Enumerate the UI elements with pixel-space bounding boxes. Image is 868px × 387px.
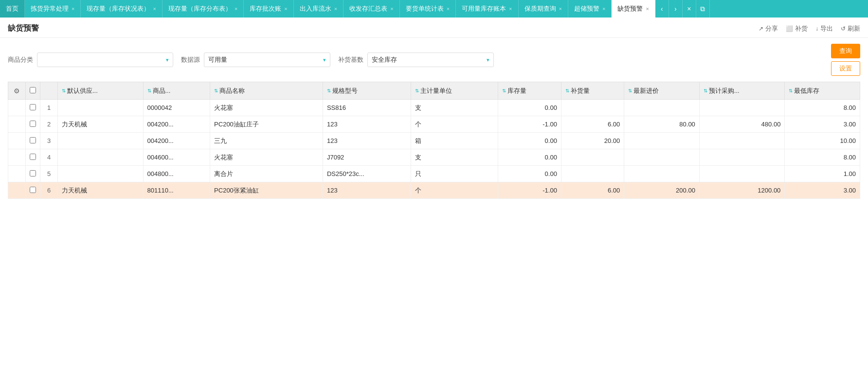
tab-inventory-status[interactable]: 现存量（库存状况表） × <box>81 0 162 18</box>
row-spec-cell: 123 <box>323 133 411 149</box>
row-unit-cell: 支 <box>411 149 498 166</box>
restock-button[interactable]: ⬜ 补货 <box>786 24 808 33</box>
datasource-select[interactable]: 可用量 ▾ <box>204 53 330 67</box>
sort-unit-icon[interactable]: ⇅ <box>415 88 419 93</box>
tab-batch-account-close[interactable]: × <box>284 6 287 12</box>
table-row[interactable]: 6 力天机械 801110... PC200张紧油缸 123 个 -1.00 6… <box>8 182 860 199</box>
tab-abnormal-close[interactable]: × <box>72 6 74 12</box>
tab-receipt-summary[interactable]: 收发存汇总表 × <box>344 0 399 18</box>
tab-available-ledger-close[interactable]: × <box>509 6 512 12</box>
col-supplier-label: 默认供应... <box>67 87 98 95</box>
tab-inout-flow-close[interactable]: × <box>334 6 337 12</box>
row-name-cell: PC200油缸庄子 <box>210 116 323 133</box>
table-row[interactable]: 2 力天机械 004200... PC200油缸庄子 123 个 -1.00 6… <box>8 116 860 133</box>
row-code-cell: 004200... <box>143 116 210 133</box>
tab-shortage[interactable]: 缺货预警 × <box>612 0 655 18</box>
row-price-cell <box>624 100 700 116</box>
sort-est-purchase-icon[interactable]: ⇅ <box>704 88 707 93</box>
page-title: 缺货预警 <box>8 23 39 34</box>
row-unit-cell: 支 <box>411 100 498 116</box>
col-product-code-label: 商品... <box>153 87 171 95</box>
row-checkbox-3[interactable] <box>30 154 36 160</box>
share-button[interactable]: ↗ 分享 <box>759 24 778 33</box>
category-select[interactable]: ▾ <box>37 53 173 67</box>
share-icon: ↗ <box>759 25 763 32</box>
col-unit-label: 主计量单位 <box>420 87 452 95</box>
row-code-cell: 004600... <box>143 149 210 166</box>
col-checkbox-header <box>26 82 40 100</box>
tab-batch-account[interactable]: 库存批次账 × <box>244 0 293 18</box>
export-button[interactable]: ↓ 导出 <box>815 24 833 33</box>
tab-overstock-label: 超储预警 <box>574 4 599 13</box>
datasource-label: 数据源 <box>181 55 200 64</box>
sort-min-stock-icon[interactable]: ⇅ <box>789 88 793 93</box>
row-price-cell: 80.00 <box>624 116 700 133</box>
tab-expiry-query[interactable]: 保质期查询 × <box>519 0 568 18</box>
filter-bar: 商品分类 ▾ 数据源 可用量 ▾ 补货基数 安全库存 ▾ 查询 设置 <box>0 38 868 82</box>
tab-next-btn[interactable]: › <box>669 0 683 18</box>
datasource-value: 可用量 <box>208 55 227 64</box>
row-est-purchase-cell: 1200.00 <box>699 182 785 199</box>
tab-expiry-query-label: 保质期查询 <box>524 4 556 13</box>
row-restock-cell: 6.00 <box>561 116 624 133</box>
tab-inout-flow[interactable]: 出入库流水 × <box>294 0 344 18</box>
setting-button[interactable]: 设置 <box>831 61 860 76</box>
tab-maximize-btn[interactable]: ⧉ <box>696 0 710 18</box>
row-checkbox-4[interactable] <box>30 170 36 176</box>
row-checkbox-0[interactable] <box>30 104 36 110</box>
table-row[interactable]: 1 0000042 火花塞 SS816 支 0.00 8.00 <box>8 100 860 116</box>
row-checkbox-5[interactable] <box>30 187 36 193</box>
sort-price-icon[interactable]: ⇅ <box>628 88 632 93</box>
tab-available-ledger[interactable]: 可用量库存账本 × <box>456 0 518 18</box>
tab-order-stats-label: 要货单统计表 <box>406 4 444 13</box>
query-button[interactable]: 查询 <box>831 44 860 58</box>
sort-product-name-icon[interactable]: ⇅ <box>214 88 218 93</box>
tab-abnormal[interactable]: 拣货异常处理 × <box>25 0 81 18</box>
tab-overstock[interactable]: 超储预警 × <box>568 0 612 18</box>
table-row[interactable]: 5 004800... 离合片 DS250*23c... 只 0.00 1.00 <box>8 166 860 182</box>
row-unit-cell: 个 <box>411 116 498 133</box>
row-code-cell: 004200... <box>143 133 210 149</box>
table-row[interactable]: 3 004200... 三九 123 箱 0.00 20.00 10.00 <box>8 133 860 149</box>
tab-inventory-dist[interactable]: 现存量（库存分布表） × <box>163 0 244 18</box>
row-supplier-cell <box>58 133 144 149</box>
tab-prev-btn[interactable]: ‹ <box>655 0 669 18</box>
next-tab-icon: › <box>674 5 677 13</box>
row-gear-cell <box>8 133 26 149</box>
table-row[interactable]: 4 004600... 火花塞 J7092 支 0.00 8.00 <box>8 149 860 166</box>
row-min-stock-cell: 8.00 <box>785 100 860 116</box>
restock-base-select[interactable]: 安全库存 ▾ <box>367 53 494 67</box>
category-label: 商品分类 <box>8 55 33 64</box>
restock-base-dropdown-icon: ▾ <box>487 57 489 63</box>
tab-inventory-dist-label: 现存量（库存分布表） <box>168 4 232 13</box>
sort-restock-icon[interactable]: ⇅ <box>565 88 569 93</box>
tab-receipt-summary-close[interactable]: × <box>390 6 393 12</box>
tab-order-stats[interactable]: 要货单统计表 × <box>400 0 456 18</box>
select-all-checkbox[interactable] <box>30 87 36 93</box>
row-checkbox-1[interactable] <box>30 121 36 127</box>
col-spec-label: 规格型号 <box>332 87 358 95</box>
refresh-label: 刷新 <box>848 24 860 33</box>
tab-abnormal-label: 拣货异常处理 <box>31 4 69 13</box>
col-stock-label: 库存量 <box>507 87 526 95</box>
tab-inventory-status-close[interactable]: × <box>153 6 156 12</box>
sort-product-code-icon[interactable]: ⇅ <box>147 88 151 93</box>
tab-inventory-dist-close[interactable]: × <box>235 6 237 12</box>
tab-home[interactable]: 首页 <box>0 0 25 18</box>
row-checkbox-2[interactable] <box>30 137 36 143</box>
tab-expiry-query-close[interactable]: × <box>559 6 562 12</box>
row-unit-cell: 个 <box>411 182 498 199</box>
tab-close-window-btn[interactable]: × <box>683 0 696 18</box>
row-unit-cell: 只 <box>411 166 498 182</box>
tab-overstock-close[interactable]: × <box>602 6 605 12</box>
refresh-button[interactable]: ↺ 刷新 <box>841 24 860 33</box>
col-product-name-label: 商品名称 <box>219 87 245 95</box>
sort-spec-icon[interactable]: ⇅ <box>327 88 331 93</box>
row-checkbox-cell <box>26 116 40 133</box>
tab-order-stats-close[interactable]: × <box>447 6 450 12</box>
sort-stock-icon[interactable]: ⇅ <box>502 88 506 93</box>
sort-supplier-icon[interactable]: ⇅ <box>62 88 66 93</box>
tab-shortage-close[interactable]: × <box>646 6 649 12</box>
settings-gear-icon[interactable]: ⚙ <box>14 87 20 95</box>
row-checkbox-cell <box>26 100 40 116</box>
